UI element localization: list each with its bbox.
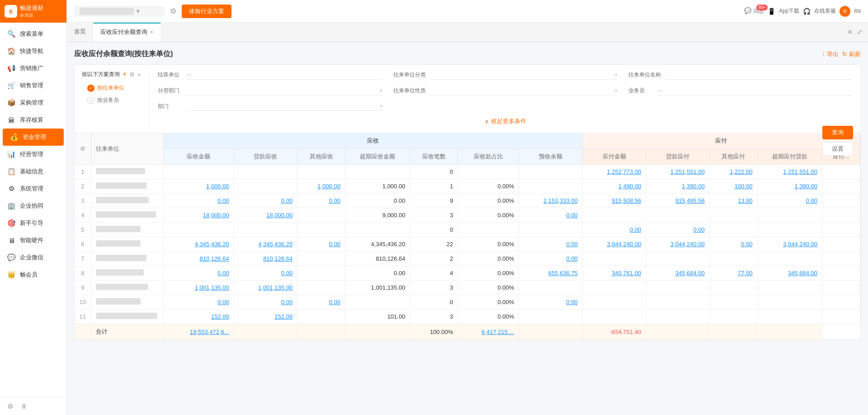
table-cell[interactable]: 1,000.00	[163, 179, 234, 194]
table-cell[interactable]: 810,126.64	[163, 252, 234, 266]
table-cell[interactable]: 1,251,551.00	[757, 165, 822, 179]
table-cell[interactable]: 0.00	[582, 223, 646, 237]
table-cell[interactable]: 810,126.64	[234, 252, 297, 266]
table-cell[interactable]: 18,000.00	[163, 208, 234, 223]
message-badge[interactable]: 💬 消息 99+	[744, 7, 764, 15]
table-cell[interactable]: 0.00	[519, 252, 582, 266]
partner-nature-select[interactable]: ▾	[429, 86, 618, 95]
filter-add-btn[interactable]: +	[123, 70, 127, 78]
table-settings-icon[interactable]: ⚙	[80, 145, 85, 152]
sidebar-item-basic[interactable]: 📋 基础信息	[0, 163, 66, 180]
table-cell[interactable]: 1,490.00	[582, 179, 646, 194]
table-cell[interactable]: 4,345,436.20	[163, 237, 234, 252]
table-cell[interactable]: 0.00	[297, 194, 345, 208]
table-cell[interactable]: 13.00	[709, 194, 757, 208]
table-cell: 3	[410, 310, 458, 324]
sidebar-item-purchase[interactable]: 📦 采购管理	[0, 94, 66, 111]
download-label[interactable]: App下载	[779, 7, 799, 15]
window-close-icon[interactable]: ✕	[847, 28, 853, 36]
sidebar-item-marketing[interactable]: 📢 营销推广	[0, 60, 66, 77]
table-cell[interactable]: 1,001,135.00	[234, 281, 297, 295]
table-cell[interactable]: 0.00	[163, 194, 234, 208]
sidebar-item-finance[interactable]: 💰 资金管理	[3, 129, 64, 146]
table-cell[interactable]: 1,252,773.00	[582, 165, 646, 179]
table-cell[interactable]: 0.00	[646, 223, 709, 237]
table-cell[interactable]: 1,251,551.00	[646, 165, 709, 179]
table-cell[interactable]: 0.00	[297, 295, 345, 310]
filter-settings-btn[interactable]: ⚙	[129, 71, 135, 78]
topbar-gear-icon[interactable]: ⚙	[170, 7, 176, 15]
table-cell[interactable]: 0.00	[163, 266, 234, 281]
table-cell[interactable]: 1,000.00	[297, 179, 345, 194]
filter-collapse-btn[interactable]: «	[137, 71, 141, 78]
filter-collapse-toggle[interactable]: ∧ 收起更多条件	[158, 115, 853, 127]
partner-name-input[interactable]	[665, 70, 853, 80]
trial-btn[interactable]: 体验行业方案	[182, 5, 231, 18]
table-cell[interactable]: 345,761.00	[582, 266, 646, 281]
table-cell[interactable]: 0.00	[234, 295, 297, 310]
sidebar-item-enterprise[interactable]: 🏢 企业协同	[0, 197, 66, 215]
table-cell[interactable]: 3,044,240.00	[646, 237, 709, 252]
table-cell[interactable]: 915,508.56	[582, 194, 646, 208]
table-cell[interactable]: 3,044,240.00	[757, 237, 822, 252]
partner-category-select[interactable]: ▾	[429, 71, 618, 80]
table-cell[interactable]: 1,390.00	[646, 179, 709, 194]
refresh-btn[interactable]: ↻ 刷新	[842, 50, 861, 58]
settings-config-btn[interactable]: 设置	[822, 142, 853, 156]
table-cell[interactable]: 100.00	[709, 179, 757, 194]
partner-cell	[91, 223, 163, 237]
table-cell[interactable]: 0.00	[297, 237, 345, 252]
table-cell[interactable]: 345,684.00	[646, 266, 709, 281]
table-cell[interactable]: 0.00	[709, 237, 757, 252]
table-cell[interactable]: 18,000.00	[234, 208, 297, 223]
table-cell[interactable]: 3,044,240.00	[582, 237, 646, 252]
table-cell[interactable]: 4,345,436.20	[234, 237, 297, 252]
query-btn[interactable]: 查询	[822, 126, 853, 139]
tab-ar-ap[interactable]: 应收应付余额查询 ×	[93, 23, 160, 42]
footer-settings-icon[interactable]: ⚙	[7, 402, 13, 410]
sidebar-item-member[interactable]: 👑 畅会员	[0, 266, 66, 283]
scheme-by-partner[interactable]: ✓ 按往来单位	[84, 82, 143, 94]
table-cell[interactable]: 655,636.75	[519, 266, 582, 281]
table-cell[interactable]: 1,222.00	[709, 165, 757, 179]
table-cell[interactable]: 345,684.00	[757, 266, 822, 281]
window-expand-icon[interactable]: ⤢	[857, 28, 863, 36]
sidebar-item-hardware[interactable]: 🖥 智能硬件	[0, 232, 66, 249]
sidebar-item-inventory[interactable]: 🏛 库存核算	[0, 111, 66, 129]
breadcrumb-dropdown-icon[interactable]: ▾	[137, 8, 140, 14]
salesperson-input[interactable]	[657, 86, 853, 95]
tab-home[interactable]: 首页	[67, 23, 93, 41]
table-cell[interactable]: 0.00	[163, 295, 234, 310]
settlement-unit-input[interactable]	[187, 70, 382, 80]
col-settings-header[interactable]: ⚙	[75, 133, 91, 165]
table-cell[interactable]: 0.00	[234, 194, 297, 208]
dept-manager-select[interactable]: ▾	[187, 86, 382, 95]
table-cell[interactable]: 1,001,135.00	[163, 281, 234, 295]
table-cell[interactable]: 1,390.00	[757, 179, 822, 194]
sidebar-item-guide[interactable]: 🎯 新手引导	[0, 215, 66, 232]
table-cell[interactable]: 2,153,333.00	[519, 194, 582, 208]
department-dropdown-icon: ▾	[380, 103, 382, 109]
scheme-by-salesperson[interactable]: ○ 按业务员	[84, 94, 143, 106]
table-cell[interactable]: 0.00	[234, 266, 297, 281]
table-cell[interactable]: 152.00	[234, 310, 297, 324]
table-cell[interactable]: 0.00	[519, 237, 582, 252]
sidebar-item-quicknav[interactable]: 🏠 快捷导航	[0, 43, 66, 60]
table-cell[interactable]: 915,495.56	[646, 194, 709, 208]
table-cell[interactable]: 0.00	[519, 208, 582, 223]
department-select[interactable]: ▾	[187, 102, 382, 111]
sidebar-item-operations[interactable]: 📊 经营管理	[0, 146, 66, 163]
service-label[interactable]: 在线客服	[814, 7, 836, 15]
sidebar-item-system[interactable]: ⚙ 系统管理	[0, 180, 66, 197]
table-cell: 0.00%	[458, 281, 519, 295]
footer-collapse-icon[interactable]: ⏸	[20, 402, 27, 410]
export-btn[interactable]: ↑ 导出	[822, 50, 839, 58]
table-cell[interactable]: 77.00	[709, 266, 757, 281]
tab-ar-ap-close[interactable]: ×	[150, 29, 153, 35]
table-cell[interactable]: 152.00	[163, 310, 234, 324]
table-cell[interactable]: 0.00	[757, 194, 822, 208]
table-cell[interactable]: 0.00	[519, 295, 582, 310]
sidebar-item-sales[interactable]: 🛒 销售管理	[0, 77, 66, 94]
sidebar-item-wechat[interactable]: 💬 企业微信	[0, 249, 66, 266]
sidebar-item-search[interactable]: 🔍 搜索菜单	[0, 25, 66, 43]
